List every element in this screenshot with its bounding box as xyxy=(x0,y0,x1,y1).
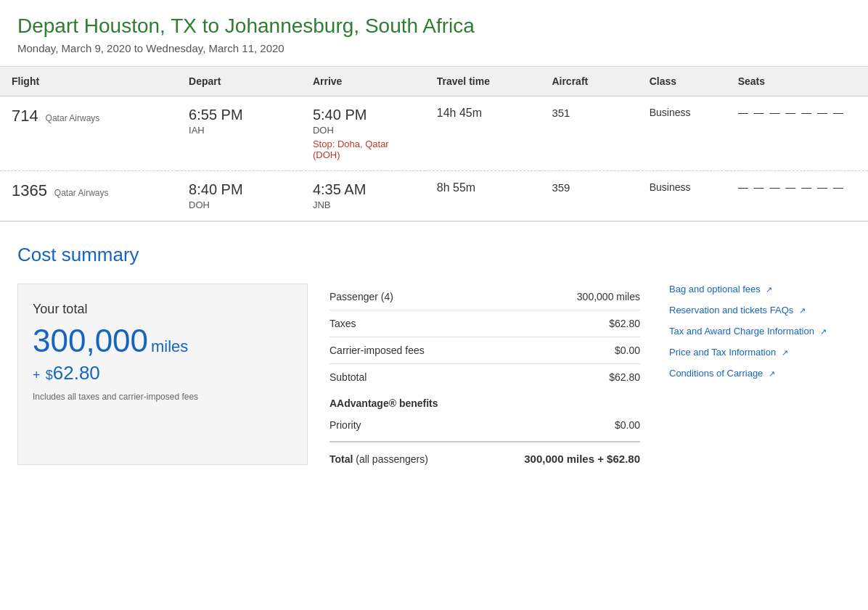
link-item-4: Conditions of Carriage ↗ xyxy=(669,368,851,379)
flight-number-1: 1365 xyxy=(12,181,47,199)
cost-section: Cost summary Your total 300,000 miles + … xyxy=(0,222,868,487)
cost-details: Passenger (4) 300,000 miles Taxes $62.80… xyxy=(308,284,662,465)
total-value: 300,000 miles + $62.80 xyxy=(524,453,640,465)
cost-layout: Your total 300,000 miles + $62.80 Includ… xyxy=(17,284,851,465)
external-link-icon-0: ↗ xyxy=(766,285,772,294)
seats-cell-0: — — — — — — — xyxy=(726,96,868,171)
link-item-3: Price and Tax Information ↗ xyxy=(669,347,851,358)
total-paren: (all passengers) xyxy=(356,453,428,465)
arrive-airport-0: DOH xyxy=(313,125,414,136)
travel-time-0: 14h 45m xyxy=(437,107,482,119)
link-text-1[interactable]: Reservation and tickets FAQs ↗ xyxy=(669,305,806,316)
flight-carrier-1: Qatar Airways xyxy=(54,188,109,198)
arrive-cell-1: 4:35 AM JNB xyxy=(301,171,425,221)
aadvantage-rows: Priority $0.00 xyxy=(329,412,640,438)
aadvantage-value-0: $0.00 xyxy=(615,419,640,431)
cost-label-0: Passenger (4) xyxy=(329,291,393,302)
your-total-box: Your total 300,000 miles + $62.80 Includ… xyxy=(17,284,308,465)
cost-row-0: Passenger (4) 300,000 miles xyxy=(329,284,640,310)
cost-value-1: $62.80 xyxy=(609,318,640,329)
arrive-time-0: 5:40 PM xyxy=(313,107,414,123)
cost-label-1: Taxes xyxy=(329,318,356,329)
page-header: Depart Houston, TX to Johannesburg, Sout… xyxy=(0,0,868,220)
col-class: Class xyxy=(638,67,726,96)
links-column: Bag and optional fees ↗ Reservation and … xyxy=(662,284,851,465)
col-arrive: Arrive xyxy=(301,67,425,96)
travel-time-cell-0: 14h 45m xyxy=(425,96,541,171)
page-subtitle: Monday, March 9, 2020 to Wednesday, Marc… xyxy=(17,42,851,54)
aircraft-0: 351 xyxy=(552,107,570,119)
flight-cell-0: 714 Qatar Airways xyxy=(0,96,177,171)
depart-airport-1: DOH xyxy=(189,199,290,210)
dollar-sign: $ xyxy=(46,368,53,382)
depart-time-0: 6:55 PM xyxy=(189,107,290,123)
col-aircraft: Aircraft xyxy=(540,67,637,96)
arrive-airport-1: JNB xyxy=(313,199,414,210)
flight-number-0: 714 xyxy=(12,107,38,125)
aircraft-1: 359 xyxy=(552,181,570,194)
class-cell-1: Business xyxy=(638,171,726,221)
link-item-2: Tax and Award Charge Information ↗ xyxy=(669,326,851,337)
class-cell-0: Business xyxy=(638,96,726,171)
link-text-3[interactable]: Price and Tax Information ↗ xyxy=(669,347,788,358)
class-0: Business xyxy=(650,107,691,118)
external-link-icon-3: ↗ xyxy=(782,348,788,357)
cost-value-0: 300,000 miles xyxy=(577,291,640,302)
col-flight: Flight xyxy=(0,67,177,96)
aircraft-cell-0: 351 xyxy=(540,96,637,171)
aadvantage-row-0: Priority $0.00 xyxy=(329,412,640,438)
cost-rows: Passenger (4) 300,000 miles Taxes $62.80… xyxy=(329,284,640,390)
your-total-note: Includes all taxes and carrier-imposed f… xyxy=(33,392,292,402)
stop-info-0: Stop: Doha, Qatar (DOH) xyxy=(313,139,414,160)
total-row: Total (all passengers) 300,000 miles + $… xyxy=(329,441,640,465)
cost-value-2: $0.00 xyxy=(615,345,640,356)
cost-row-3: Subtotal $62.80 xyxy=(329,364,640,390)
aadvantage-label-0: Priority xyxy=(329,419,361,431)
external-link-icon-4: ↗ xyxy=(769,369,775,378)
aadvantage-header: AAdvantage® benefits xyxy=(329,390,640,412)
travel-time-cell-1: 8h 55m xyxy=(425,171,541,221)
arrive-cell-0: 5:40 PM DOH Stop: Doha, Qatar (DOH) xyxy=(301,96,425,171)
external-link-icon-2: ↗ xyxy=(820,327,827,336)
cost-row-1: Taxes $62.80 xyxy=(329,310,640,337)
link-item-1: Reservation and tickets FAQs ↗ xyxy=(669,305,851,316)
miles-value: 300,000 xyxy=(33,323,148,358)
link-text-4[interactable]: Conditions of Carriage ↗ xyxy=(669,368,775,379)
total-label: Total (all passengers) xyxy=(329,453,428,465)
arrive-time-1: 4:35 AM xyxy=(313,181,414,198)
your-total-label: Your total xyxy=(33,302,292,317)
cost-label-2: Carrier-imposed fees xyxy=(329,345,425,356)
seats-1: — — — — — — — xyxy=(738,181,845,193)
flights-table: Flight Depart Arrive Travel time Aircraf… xyxy=(0,67,868,220)
aircraft-cell-1: 359 xyxy=(540,171,637,221)
flight-cell-1: 1365 Qatar Airways xyxy=(0,171,177,221)
cost-row-2: Carrier-imposed fees $0.00 xyxy=(329,337,640,364)
depart-cell-1: 8:40 PM DOH xyxy=(177,171,301,221)
cost-value-3: $62.80 xyxy=(609,371,640,383)
link-text-2[interactable]: Tax and Award Charge Information ↗ xyxy=(669,326,827,337)
col-depart: Depart xyxy=(177,67,301,96)
col-seats: Seats xyxy=(726,67,868,96)
miles-unit: miles xyxy=(151,337,188,355)
external-link-icon-1: ↗ xyxy=(799,306,806,315)
cash-value: 62.80 xyxy=(53,362,100,384)
page-title: Depart Houston, TX to Johannesburg, Sout… xyxy=(17,15,851,38)
col-travel-time: Travel time xyxy=(425,67,541,96)
seats-0: — — — — — — — xyxy=(738,107,845,118)
table-row: 714 Qatar Airways 6:55 PM IAH 5:40 PM DO… xyxy=(0,96,868,171)
plus-sign: + xyxy=(33,368,41,382)
class-1: Business xyxy=(650,181,691,193)
seats-cell-1: — — — — — — — xyxy=(726,171,868,221)
travel-time-1: 8h 55m xyxy=(437,181,475,194)
flight-carrier-0: Qatar Airways xyxy=(46,113,100,123)
depart-airport-0: IAH xyxy=(189,125,290,136)
link-item-0: Bag and optional fees ↗ xyxy=(669,284,851,294)
depart-time-1: 8:40 PM xyxy=(189,181,290,198)
link-text-0[interactable]: Bag and optional fees ↗ xyxy=(669,284,772,294)
depart-cell-0: 6:55 PM IAH xyxy=(177,96,301,171)
cost-section-title: Cost summary xyxy=(17,244,851,266)
cash-display: + $62.80 xyxy=(33,362,292,384)
links-container: Bag and optional fees ↗ Reservation and … xyxy=(669,284,851,379)
miles-display: 300,000 miles xyxy=(33,323,292,359)
flights-body: 714 Qatar Airways 6:55 PM IAH 5:40 PM DO… xyxy=(0,96,868,221)
